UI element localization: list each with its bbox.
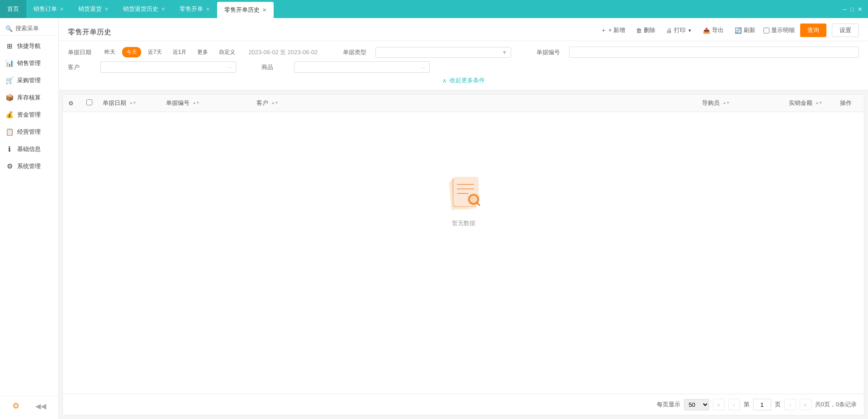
date-more[interactable]: 更多 — [193, 47, 212, 57]
sidebar-item-sales-mgmt[interactable]: 📊 销售管理 — [0, 55, 58, 72]
tab-retail-history-close[interactable]: ✕ — [262, 7, 266, 13]
window-close[interactable]: ✕ — [858, 6, 863, 13]
sidebar-item-label: 基础信息 — [17, 145, 41, 153]
number-input-field[interactable] — [573, 49, 855, 56]
date-last7[interactable]: 近7天 — [144, 47, 166, 57]
delete-button[interactable]: 🗑 删除 — [633, 24, 658, 36]
delete-label: 删除 — [644, 26, 655, 34]
sidebar-item-system[interactable]: ⚙ 系统管理 — [0, 158, 58, 175]
th-number[interactable]: 单据编号 ▲▼ — [161, 94, 251, 112]
sidebar-collapse-icon[interactable]: ◀◀ — [35, 402, 46, 410]
table-settings-icon[interactable]: ⚙ — [68, 100, 74, 107]
window-maximize[interactable]: □ — [850, 6, 854, 13]
tab-sales-return[interactable]: 销货退货 ✕ — [71, 0, 116, 18]
sidebar-item-label: 资金管理 — [17, 111, 41, 119]
sidebar-item-label: 销售管理 — [17, 59, 41, 67]
system-icon: ⚙ — [5, 162, 14, 170]
query-button[interactable]: 查询 — [800, 24, 826, 37]
sidebar-item-operations[interactable]: 📋 经营管理 — [0, 123, 58, 141]
prev-page-btn[interactable]: ‹ — [728, 399, 740, 410]
add-label: + 新增 — [608, 26, 625, 34]
export-label: 导出 — [712, 26, 724, 34]
empty-state: 暂无数据 — [63, 112, 864, 284]
settings-button[interactable]: 设置 — [832, 24, 859, 37]
export-icon: 📤 — [703, 27, 710, 34]
goods-input[interactable]: ··· — [294, 61, 430, 73]
date-filter-label: 单据日期 — [68, 48, 93, 56]
tab-retail-open[interactable]: 零售开单 ✕ — [172, 0, 217, 18]
sidebar-item-basic-info[interactable]: ℹ 基础信息 — [0, 141, 58, 158]
th-amount[interactable]: 实销金额 ▲▼ — [764, 94, 828, 112]
tab-retail-open-close[interactable]: ✕ — [206, 6, 210, 12]
sidebar-item-purchase-mgmt[interactable]: 🛒 采购管理 — [0, 72, 58, 89]
sidebar-item-label: 经营管理 — [17, 128, 41, 136]
tab-sales-return-history[interactable]: 销货退货历史 ✕ — [116, 0, 172, 18]
sidebar-settings-icon[interactable]: ⚙ — [12, 401, 19, 411]
tab-retail-open-label: 零售开单 — [180, 5, 203, 13]
first-page-btn[interactable]: « — [713, 399, 725, 410]
next-page-btn[interactable]: › — [784, 399, 796, 410]
sidebar-item-label: 采购管理 — [17, 76, 41, 85]
sidebar-search[interactable]: 🔍 搜索采单 — [0, 22, 58, 36]
th-customer-label: 客户 — [256, 99, 268, 106]
window-minimize[interactable]: ─ — [843, 6, 847, 13]
print-dropdown-icon: ▼ — [688, 28, 692, 33]
sidebar-item-inventory[interactable]: 📦 库存核算 — [0, 89, 58, 106]
date-last-month[interactable]: 近1月 — [169, 47, 191, 57]
th-customer[interactable]: 客户 ▲▼ — [251, 94, 697, 112]
last-page-btn[interactable]: » — [800, 399, 811, 410]
customer-input-field[interactable] — [104, 64, 226, 71]
finance-icon: 💰 — [5, 111, 14, 119]
tab-home[interactable]: 首页 — [0, 0, 26, 18]
first-page-icon: « — [717, 401, 720, 408]
date-yesterday[interactable]: 昨天 — [100, 47, 119, 57]
tab-sales-return-history-close[interactable]: ✕ — [161, 6, 165, 12]
type-select[interactable]: ▼ — [375, 47, 511, 58]
empty-illustration — [441, 169, 486, 214]
type-filter-label: 单据类型 — [343, 48, 368, 56]
print-icon: 🖨 — [666, 27, 672, 34]
collapse-bar[interactable]: ∧ 收起更多条件 — [68, 76, 859, 85]
sidebar-item-label: 系统管理 — [17, 162, 41, 170]
filter-row-1: 单据日期 昨天 今天 近7天 近1月 更多 自定义 2023-06-02 至 2… — [68, 47, 859, 58]
th-date-label: 单据日期 — [103, 99, 126, 106]
th-number-label: 单据编号 — [166, 99, 190, 106]
empty-label: 暂无数据 — [452, 219, 475, 227]
per-page-select[interactable]: 50 10 20 100 — [684, 399, 709, 410]
customer-input[interactable]: ··· — [100, 61, 236, 73]
show-detail-checkbox[interactable] — [764, 28, 769, 33]
export-button[interactable]: 📤 导出 — [700, 24, 726, 36]
tab-sales-order[interactable]: 销售订单 ✕ — [26, 0, 71, 18]
sidebar-item-finance[interactable]: 💰 资金管理 — [0, 106, 58, 123]
collapse-up-icon: ∧ — [442, 77, 447, 84]
tab-retail-history-label: 零售开单历史 — [224, 6, 260, 14]
print-button[interactable]: 🖨 打印 ▼ — [664, 24, 695, 36]
page-input[interactable] — [753, 399, 771, 410]
th-date[interactable]: 单据日期 ▲▼ — [97, 94, 161, 112]
window-controls: ─ □ ✕ — [843, 6, 868, 13]
sort-number-icon: ▲▼ — [193, 101, 200, 105]
sidebar: 🔍 搜索采单 ⊞ 快捷导航 📊 销售管理 🛒 采购管理 📦 库存核算 💰 资金管… — [0, 18, 59, 419]
refresh-button[interactable]: 🔄 刷新 — [732, 24, 758, 36]
customer-dots-icon[interactable]: ··· — [228, 64, 232, 71]
collapse-label: 收起更多条件 — [450, 76, 485, 85]
th-salesperson[interactable]: 导购员 ▲▼ — [697, 94, 764, 112]
select-all-checkbox[interactable] — [86, 99, 92, 105]
number-filter-label: 单据编号 — [536, 48, 562, 56]
basic-info-icon: ℹ — [5, 145, 14, 153]
add-button[interactable]: ＋ + 新增 — [598, 24, 628, 36]
tab-sales-return-close[interactable]: ✕ — [104, 6, 109, 12]
goods-input-field[interactable] — [298, 64, 419, 71]
prev-page-icon: ‹ — [733, 401, 735, 408]
date-today[interactable]: 今天 — [122, 47, 141, 57]
sort-customer-icon: ▲▼ — [271, 101, 279, 105]
tab-retail-history[interactable]: 零售开单历史 ✕ — [217, 2, 274, 18]
number-input[interactable] — [569, 47, 859, 58]
add-icon: ＋ — [601, 26, 607, 34]
goods-dots-icon[interactable]: ··· — [421, 64, 426, 71]
last-page-icon: » — [804, 401, 807, 408]
date-custom[interactable]: 自定义 — [215, 47, 239, 57]
show-detail-label: 显示明细 — [771, 26, 795, 34]
sidebar-item-quick-nav[interactable]: ⊞ 快捷导航 — [0, 38, 58, 55]
tab-sales-order-close[interactable]: ✕ — [60, 6, 64, 12]
